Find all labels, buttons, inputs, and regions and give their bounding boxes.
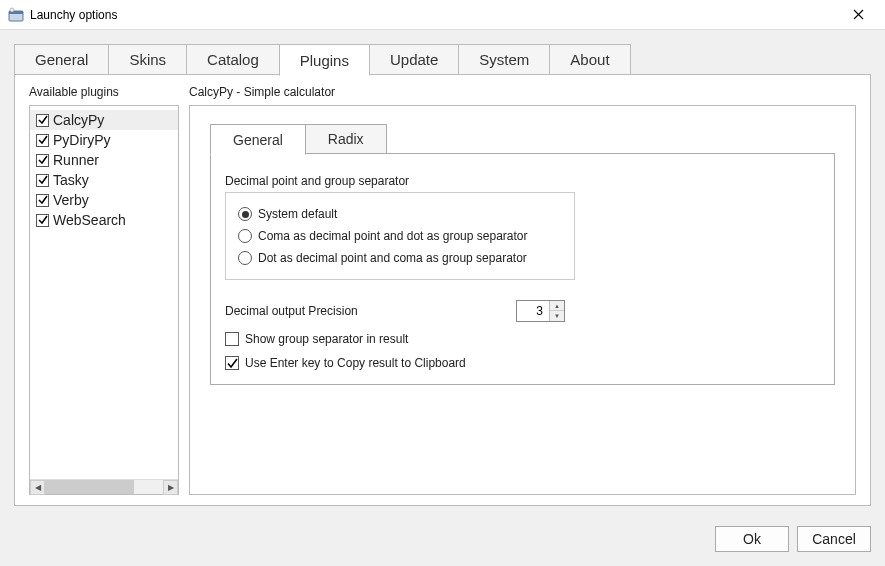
tab-catalog[interactable]: Catalog [186,44,280,75]
show-group-checkbox-row[interactable]: Show group separator in result [225,332,820,346]
plugin-name: Runner [53,152,99,168]
titlebar: Launchy options [0,0,885,30]
plugin-checkbox[interactable] [36,174,49,187]
precision-input[interactable] [517,301,549,321]
radio-label: Coma as decimal point and dot as group s… [258,229,528,243]
tab-about[interactable]: About [549,44,630,75]
plugin-checkbox[interactable] [36,154,49,167]
list-item[interactable]: CalcyPy [30,110,178,130]
separator-radio-group: System default Coma as decimal point and… [225,192,575,280]
enter-copy-checkbox[interactable] [225,356,239,370]
scroll-thumb[interactable] [45,480,134,494]
plugin-checkbox[interactable] [36,194,49,207]
window-title: Launchy options [30,8,835,22]
list-item[interactable]: PyDiryPy [30,130,178,150]
separator-group-label: Decimal point and group separator [225,174,820,188]
plugin-name: CalcyPy [53,112,104,128]
list-item[interactable]: WebSearch [30,210,178,230]
radio-icon[interactable] [238,207,252,221]
enter-copy-label: Use Enter key to Copy result to Clipboar… [245,356,466,370]
main-tabs: General Skins Catalog Plugins Update Sys… [14,44,871,75]
plugin-checkbox[interactable] [36,134,49,147]
tab-system[interactable]: System [458,44,550,75]
sub-tabs: General Radix [210,124,835,154]
plugin-name: PyDiryPy [53,132,111,148]
tab-plugins[interactable]: Plugins [279,44,370,76]
cancel-button[interactable]: Cancel [797,526,871,552]
precision-label: Decimal output Precision [225,304,516,318]
close-button[interactable] [835,0,881,30]
list-item[interactable]: Verby [30,190,178,210]
plugin-name: WebSearch [53,212,126,228]
spinner-up-icon[interactable]: ▲ [550,301,564,311]
plugin-detail-box: General Radix Decimal point and group se… [189,105,856,495]
list-item[interactable]: Tasky [30,170,178,190]
scroll-left-icon[interactable]: ◀ [30,480,45,495]
radio-label: Dot as decimal point and coma as group s… [258,251,527,265]
plugin-checkbox[interactable] [36,214,49,227]
precision-spinner[interactable]: ▲ ▼ [516,300,565,322]
sub-panel-general: Decimal point and group separator System… [210,153,835,385]
tab-update[interactable]: Update [369,44,459,75]
radio-icon[interactable] [238,229,252,243]
sub-tab-general[interactable]: General [210,124,306,155]
show-group-checkbox[interactable] [225,332,239,346]
plugin-name: Verby [53,192,89,208]
enter-copy-checkbox-row[interactable]: Use Enter key to Copy result to Clipboar… [225,356,820,370]
plugin-detail-title: CalcyPy - Simple calculator [189,85,856,99]
radio-coma-dec[interactable]: Coma as decimal point and dot as group s… [238,225,562,247]
plugin-checkbox[interactable] [36,114,49,127]
radio-system-default[interactable]: System default [238,203,562,225]
scroll-right-icon[interactable]: ▶ [163,480,178,495]
plugins-panel: Available plugins CalcyPy PyDiryPy Runne… [14,74,871,506]
app-icon [8,7,24,23]
radio-icon[interactable] [238,251,252,265]
list-item[interactable]: Runner [30,150,178,170]
svg-point-2 [10,8,14,12]
plugin-list[interactable]: CalcyPy PyDiryPy Runner Tasky Verby [29,105,179,495]
scroll-track[interactable] [45,480,163,494]
horizontal-scrollbar[interactable]: ◀ ▶ [30,479,178,494]
footer-buttons: Ok Cancel [715,526,871,552]
plugin-name: Tasky [53,172,89,188]
available-plugins-label: Available plugins [29,85,179,99]
show-group-label: Show group separator in result [245,332,408,346]
tab-skins[interactable]: Skins [108,44,187,75]
radio-dot-dec[interactable]: Dot as decimal point and coma as group s… [238,247,562,269]
sub-tab-radix[interactable]: Radix [305,124,387,154]
radio-label: System default [258,207,337,221]
spinner-down-icon[interactable]: ▼ [550,311,564,321]
tab-general[interactable]: General [14,44,109,75]
ok-button[interactable]: Ok [715,526,789,552]
